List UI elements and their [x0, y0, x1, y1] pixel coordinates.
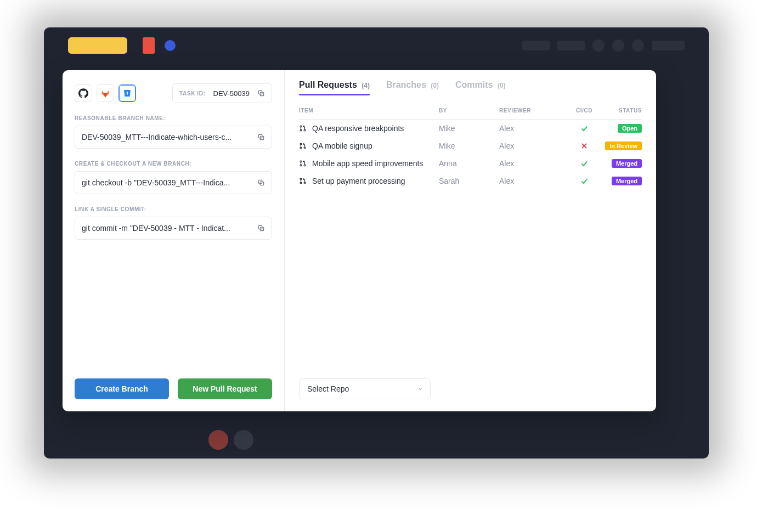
tab-count: (4) [362, 82, 370, 89]
create-branch-button[interactable]: Create Branch [75, 378, 169, 399]
backdrop-dot [208, 430, 228, 450]
row-cicd [565, 124, 603, 133]
row-reviewer: Alex [499, 142, 565, 150]
backdrop-ghost [557, 41, 585, 50]
provider-bitbucket[interactable] [118, 84, 136, 102]
row-item: QA responsive breakpoints [312, 124, 404, 133]
tab-label: Branches [386, 80, 426, 89]
branch-name-value: DEV-50039_MTT---Indicate-which-users-c..… [82, 133, 255, 142]
chevron-down-icon [417, 386, 423, 392]
backdrop-red-square [143, 37, 155, 54]
status-badge: Merged [612, 177, 642, 185]
provider-gitlab[interactable] [97, 84, 114, 102]
left-panel: TASK ID: DEV-50039 REASONABLE BRANCH NAM… [63, 70, 285, 411]
commit-field[interactable]: git commit -m "DEV-50039 - MTT - Indicat… [75, 217, 272, 240]
svg-point-13 [304, 147, 306, 149]
status-badge: Merged [612, 159, 642, 168]
row-reviewer: Alex [499, 177, 565, 185]
backdrop-ghost [592, 39, 605, 52]
row-reviewer: Alex [499, 124, 565, 133]
provider-row [75, 84, 136, 102]
git-modal: TASK ID: DEV-50039 REASONABLE BRANCH NAM… [63, 70, 656, 411]
commit-value: git commit -m "DEV-50039 - MTT - Indicat… [82, 224, 255, 233]
tab-label: Commits [455, 80, 493, 89]
row-by: Mike [439, 142, 499, 150]
col-reviewer: REVIEWER [499, 107, 565, 114]
row-by: Mike [439, 124, 499, 133]
task-id-copy-button[interactable] [255, 87, 267, 99]
svg-point-16 [300, 161, 302, 162]
copy-icon [257, 89, 265, 97]
tab-label: Pull Requests [299, 80, 357, 89]
commit-label: LINK A SINGLE COMMIT: [75, 206, 272, 212]
svg-point-9 [300, 129, 302, 131]
checkout-copy-button[interactable] [255, 177, 267, 189]
backdrop-topbar [44, 27, 709, 64]
pull-request-icon [299, 124, 307, 132]
task-id-chip: TASK ID: DEV-50039 [172, 83, 272, 103]
task-id-label: TASK ID: [179, 90, 205, 97]
row-cicd [565, 159, 603, 168]
tab-count: (0) [431, 82, 439, 89]
status-badge: In Review [605, 142, 642, 150]
pull-request-icon [299, 160, 307, 167]
tab-branches[interactable]: Branches (0) [386, 80, 439, 94]
table-row[interactable]: QA responsive breakpointsMikeAlexOpen [299, 120, 642, 137]
cross-icon [580, 142, 588, 150]
backdrop-ghost [652, 41, 685, 50]
backdrop-bottom [44, 421, 709, 459]
backdrop-ghost [522, 41, 550, 50]
gitlab-icon [100, 88, 110, 98]
svg-point-18 [304, 165, 306, 166]
col-by: BY [439, 107, 499, 114]
row-item: QA mobile signup [312, 142, 372, 150]
check-icon [580, 124, 589, 133]
tab-pull-requests[interactable]: Pull Requests (4) [299, 80, 370, 94]
github-icon [78, 88, 88, 98]
new-pull-request-button[interactable]: New Pull Request [178, 378, 272, 399]
commit-copy-button[interactable] [255, 222, 267, 234]
tab-count: (0) [498, 82, 506, 89]
copy-icon [257, 179, 265, 186]
select-repo-dropdown[interactable]: Select Repo [299, 378, 431, 399]
branch-name-copy-button[interactable] [255, 131, 267, 143]
task-id-value: DEV-50039 [213, 89, 250, 98]
backdrop-yellow-button [68, 37, 127, 54]
copy-icon [257, 224, 265, 232]
status-badge: Open [618, 124, 642, 133]
row-by: Sarah [439, 177, 499, 185]
svg-point-10 [304, 129, 306, 131]
svg-point-19 [300, 178, 302, 180]
tab-commits[interactable]: Commits (0) [455, 80, 506, 94]
check-icon [580, 159, 589, 168]
checkout-label: CREATE & CHECKOUT A NEW BRANCH: [75, 161, 272, 167]
checkout-value: git checkout -b "DEV-50039_MTT---Indica.… [82, 178, 255, 187]
backdrop-blue-circle [165, 40, 176, 51]
row-item: Set up payment processing [312, 177, 405, 185]
pull-request-icon [299, 177, 307, 185]
backdrop-dot [234, 430, 253, 450]
table-row[interactable]: QA mobile signupMikeAlexIn Review [299, 137, 642, 155]
svg-point-20 [300, 182, 302, 184]
col-cicd: CI/CD [565, 107, 603, 114]
checkout-field[interactable]: git checkout -b "DEV-50039_MTT---Indica.… [75, 171, 272, 194]
copy-icon [257, 133, 265, 141]
table-row[interactable]: Set up payment processingSarahAlexMerged [299, 172, 642, 190]
left-footer: Create Branch New Pull Request [75, 378, 272, 399]
table-header: ITEM BY REVIEWER CI/CD STATUS [299, 100, 642, 120]
right-footer: Select Repo [299, 378, 642, 399]
svg-point-8 [300, 126, 302, 127]
table-row[interactable]: Mobile app speed improvementsAnnaAlexMer… [299, 155, 642, 172]
branch-name-field[interactable]: DEV-50039_MTT---Indicate-which-users-c..… [75, 126, 272, 149]
row-cicd [565, 142, 603, 150]
backdrop-ghost [632, 39, 644, 52]
branch-name-label: REASONABLE BRANCH NAME: [75, 115, 272, 121]
table-rows: QA responsive breakpointsMikeAlexOpenQA … [299, 120, 642, 190]
bitbucket-icon [123, 89, 132, 98]
provider-github[interactable] [75, 84, 92, 102]
pull-request-icon [299, 142, 307, 150]
svg-point-12 [300, 147, 302, 149]
row-cicd [565, 177, 603, 185]
col-status: STATUS [603, 107, 642, 114]
col-item: ITEM [299, 107, 439, 114]
